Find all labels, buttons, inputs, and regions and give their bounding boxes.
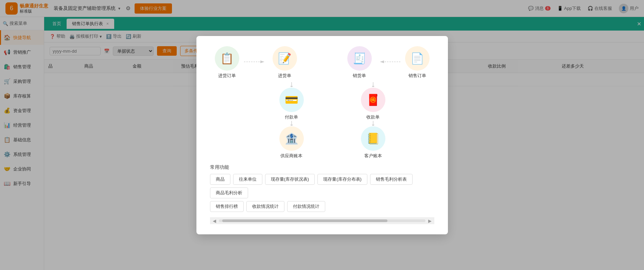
common-btn-receipt-stats[interactable]: 收款情况统计 [246,201,284,212]
payment-icon: 💳 [285,93,298,106]
common-buttons-row2: 销售排行榜 收款情况统计 付款情况统计 [210,201,434,212]
common-functions-title: 常用功能 [210,164,434,170]
scroll-track[interactable] [219,219,425,222]
purchase-bill-label: 进货单 [278,73,291,79]
flow-col-receipt: 🧧 收款单 📒 客户账本 [353,82,394,159]
common-btn-payment-stats[interactable]: 付款情况统计 [287,201,325,212]
supplier-ledger-circle[interactable]: 🏦 [279,126,304,151]
modal: 📋 进货订单 📝 进货单 [196,36,448,234]
arrow-down-payment [288,82,295,87]
flow-node-payment[interactable]: 💳 付款单 [271,88,312,120]
flow-node-receipt[interactable]: 🧧 收款单 [353,88,394,120]
arrow-down-payment2 [288,121,295,126]
arrow-down-receipt2 [370,121,377,126]
flow-node-sales-bill[interactable]: 🧾 销货单 [339,46,380,79]
flow-node-purchase-bill[interactable]: 📝 进货单 [264,46,305,79]
sales-order-label: 销售订单 [408,73,426,79]
common-btn-stock-dist[interactable]: 现存量(库存分布表) [317,174,367,185]
common-buttons-row1: 商品 往来单位 现存量(库存状况表) 现存量(库存分布表) 销售毛利分析表 商品… [210,174,434,198]
common-btn-stock-status[interactable]: 现存量(库存状况表) [265,174,315,185]
flow-diagram: 📋 进货订单 📝 进货单 [210,46,434,159]
modal-scroll-bar[interactable]: ◀ ▶ [210,217,434,224]
svg-marker-5 [290,86,293,87]
scroll-right-icon[interactable]: ▶ [428,218,432,223]
purchase-order-icon: 📋 [220,52,234,65]
flow-col-payment: 💳 付款单 🏦 供应商账本 [271,82,312,159]
common-btn-partner[interactable]: 往来单位 [233,174,262,185]
sales-bill-icon: 🧾 [353,52,366,65]
scroll-left-icon[interactable]: ◀ [213,218,216,223]
customer-ledger-circle[interactable]: 📒 [361,126,385,151]
receipt-label: 收款单 [366,114,380,120]
svg-marker-1 [260,60,264,63]
payment-circle[interactable]: 💳 [279,88,304,112]
purchase-order-label: 进货订单 [218,73,236,79]
common-btn-sales-rank[interactable]: 销售排行榜 [210,201,244,212]
svg-marker-7 [290,125,293,126]
sales-order-circle[interactable]: 📄 [405,46,430,71]
receipt-circle[interactable]: 🧧 [361,88,385,112]
scroll-thumb [222,219,387,222]
receipt-icon: 🧧 [366,93,380,106]
payment-label: 付款单 [285,114,298,120]
arrow-down-receipt [370,82,377,87]
flow-col-purchase-bill: 📝 进货单 [264,46,305,79]
customer-ledger-icon: 📒 [366,132,380,145]
modal-overlay[interactable]: 📋 进货订单 📝 进货单 [0,0,644,270]
arrow-purchase-order-to-bill [244,58,264,79]
flow-node-customer-ledger[interactable]: 📒 客户账本 [353,126,394,159]
purchase-order-circle[interactable]: 📋 [215,46,239,71]
common-btn-sales-gross[interactable]: 销售毛利分析表 [370,174,413,185]
sales-bill-label: 销货单 [353,73,366,79]
common-functions-section: 常用功能 商品 往来单位 现存量(库存状况表) 现存量(库存分布表) 销售毛利分… [210,164,434,212]
flow-node-sales-order[interactable]: 📄 销售订单 [400,46,434,79]
common-btn-goods-gross[interactable]: 商品毛利分析 [210,187,248,198]
customer-ledger-label: 客户账本 [364,153,382,159]
flow-node-supplier-ledger[interactable]: 🏦 供应商账本 [271,126,312,159]
purchase-bill-circle[interactable]: 📝 [273,46,297,71]
supplier-ledger-icon: 🏦 [285,132,298,145]
svg-marker-3 [380,60,384,63]
arrow-sales-order-to-bill [380,58,400,79]
sales-order-icon: 📄 [411,52,424,65]
supplier-ledger-label: 供应商账本 [280,153,302,159]
svg-marker-9 [372,86,375,87]
purchase-bill-icon: 📝 [278,52,292,65]
sales-bill-circle[interactable]: 🧾 [347,46,372,71]
svg-marker-11 [372,125,375,126]
common-btn-goods[interactable]: 商品 [210,174,230,185]
flow-col-sales-bill: 🧾 销货单 [339,46,380,79]
flow-node-purchase-order[interactable]: 📋 进货订单 [210,46,244,79]
